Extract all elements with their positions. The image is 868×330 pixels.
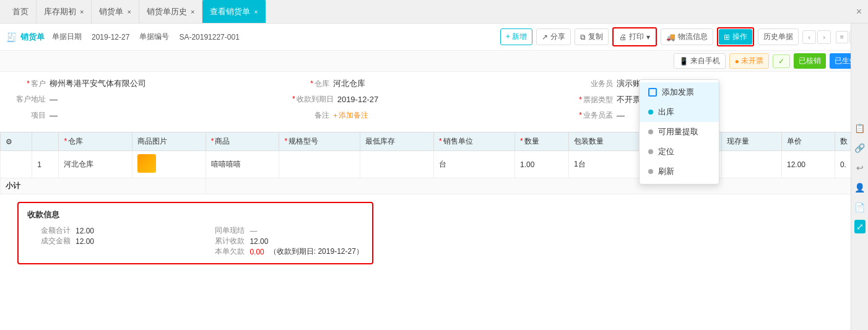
doc-date-label: 单据日期 <box>52 32 82 42</box>
ticket-type-value: 不开票 <box>617 94 641 105</box>
ticket-type-label: 票据类型 <box>576 95 613 105</box>
due-date-field: 收款到期日 2019-12-27 <box>292 94 576 105</box>
toolbar-right: + 新增 ↗ 分享 ⧉ 复制 🖨 打印 ▾ <box>500 27 862 46</box>
dropdown-locate[interactable]: 定位 <box>640 142 719 162</box>
owe-value: 0.00 <box>250 248 264 256</box>
warehouse-field: 仓库 河北仓库 <box>292 78 576 89</box>
layout-list-icon[interactable]: ≡ <box>836 31 848 43</box>
remark-field: 备注 + 添加备注 <box>292 110 576 121</box>
doc-meta: 单据日期 2019-12-27 单据编号 SA-20191227-001 <box>52 32 240 42</box>
dropdown-add-invoice[interactable]: 添加发票 <box>640 82 719 102</box>
print-button[interactable]: 🖨 打印 ▾ <box>614 29 655 45</box>
tab-check-sales[interactable]: 查看销货单 × <box>202 0 266 23</box>
customer-label: 客户 <box>9 79 46 89</box>
confirm-badge[interactable]: ✓ <box>773 54 790 68</box>
doc-title-text: 销货单 <box>20 32 45 43</box>
remark-label: 备注 <box>292 110 329 121</box>
col-product: 商品 <box>206 132 279 151</box>
add-remark-button[interactable]: + 添加备注 <box>333 110 368 121</box>
sidebar-icon-1[interactable]: 📋 <box>852 121 867 136</box>
tab-sales[interactable]: 销货单 × <box>92 0 139 23</box>
new-button[interactable]: + 新增 <box>500 28 532 45</box>
row-image <box>132 151 206 178</box>
form-row-3: 项目 — 备注 + 添加备注 业务员孟 — <box>9 110 859 121</box>
product-image <box>137 154 156 173</box>
doc-date-value: 2019-12-27 <box>92 33 129 41</box>
payment-section: 收款信息 金额合计 12.00 成交金额 12.00 <box>17 202 373 264</box>
sidebar-icon-5[interactable]: 📄 <box>852 200 867 215</box>
due-date-value: 2019-12-27 <box>337 95 379 104</box>
payment-container: 收款信息 金额合计 12.00 成交金额 12.00 <box>0 194 868 272</box>
history-button[interactable]: 历史单据 <box>758 28 799 45</box>
col-spec: 规格型号 <box>279 132 360 151</box>
copy-button[interactable]: ⧉ 复制 <box>575 28 609 45</box>
project-value: — <box>50 111 58 120</box>
form-row-2: 客户地址 — 收款到期日 2019-12-27 票据类型 不开票 <box>9 94 859 105</box>
transaction-value: 12.00 <box>76 237 94 246</box>
row-gear[interactable] <box>1 151 32 178</box>
sidebar-icon-3[interactable]: ↩ <box>854 160 866 175</box>
warehouse-label: 仓库 <box>292 79 329 89</box>
table-footer: 小计 <box>1 178 868 194</box>
tab-sales-history[interactable]: 销货单历史 × <box>139 0 202 23</box>
dropdown-outbound[interactable]: 出库 <box>640 102 719 122</box>
table-row: 1 河北仓库 嘻嘻嘻嘻 台 1.00 1台 12.00 <box>1 151 868 178</box>
row-min-stock <box>360 151 434 178</box>
not-opened-badge[interactable]: ● 未开票 <box>729 53 769 69</box>
toolbar: 🧾 销货单 单据日期 2019-12-27 单据编号 SA-20191227-0… <box>0 24 868 51</box>
row-quantity: 1.00 <box>514 151 568 178</box>
operation-dropdown: 添加发票 出库 可用量提取 定位 刷新 <box>639 79 719 185</box>
nav-arrows: ‹ › <box>802 30 831 44</box>
doc-number-label: 单据编号 <box>139 32 169 42</box>
address-value: — <box>50 95 58 104</box>
tab-bar: 首页 库存期初 × 销货单 × 销货单历史 × 查看销货单 × × <box>0 0 868 24</box>
customer-value: 柳州粤港平安气体有限公司 <box>50 78 146 89</box>
salesperson-label: 业务员 <box>576 79 613 89</box>
sold-button[interactable]: 已核销 <box>794 53 826 69</box>
tab-inventory[interactable]: 库存期初 × <box>37 0 92 23</box>
dropdown-available[interactable]: 可用量提取 <box>640 122 719 142</box>
tab-home[interactable]: 首页 <box>5 0 37 23</box>
print-dropdown-icon: ▾ <box>646 33 650 41</box>
col-warehouse: 仓库 <box>59 132 132 151</box>
from-phone-button[interactable]: 📱 来自手机 <box>674 53 726 69</box>
col-gear[interactable]: ⚙ <box>1 132 32 151</box>
tab-close-check-sales[interactable]: × <box>254 8 258 15</box>
main-content: 🧾 销货单 单据日期 2019-12-27 单据编号 SA-20191227-0… <box>0 24 868 330</box>
col-unit: 销售单位 <box>434 132 515 151</box>
prev-arrow[interactable]: ‹ <box>802 30 816 44</box>
sidebar-icon-2[interactable]: 🔗 <box>852 141 867 155</box>
payment-col-right: 同单现结 — 累计收款 12.00 本单欠款 0.00 （收款到期日: 2019… <box>201 225 363 257</box>
salesperson2-label: 业务员孟 <box>576 110 613 121</box>
total-value: 12.00 <box>76 227 94 235</box>
operation-button[interactable]: ⊞ 操作 <box>719 29 752 45</box>
table-wrapper: ⚙ 仓库 商品图片 商品 规格型号 最低库存 销售单位 数量 包装数量 可用量 … <box>0 132 868 194</box>
logistics-icon: 🚚 <box>666 33 675 41</box>
warehouse-value: 河北仓库 <box>333 78 365 89</box>
tab-close-sales[interactable]: × <box>127 8 131 15</box>
available-icon <box>648 129 653 134</box>
logistics-button[interactable]: 🚚 物流信息 <box>661 28 713 45</box>
copy-icon: ⧉ <box>580 33 586 41</box>
col-min-stock: 最低库存 <box>360 132 434 151</box>
same-order-row: 同单现结 — <box>201 225 363 236</box>
tab-close-sales-history[interactable]: × <box>191 8 194 15</box>
sidebar-icon-4[interactable]: 👤 <box>852 180 867 195</box>
cumulative-label: 累计收款 <box>201 236 245 246</box>
doc-number-value: SA-20191227-001 <box>179 33 239 41</box>
next-arrow[interactable]: › <box>817 30 831 44</box>
same-order-label: 同单现结 <box>201 225 245 236</box>
sidebar-expand-icon[interactable]: ⤢ <box>854 220 866 233</box>
row-warehouse: 河北仓库 <box>59 151 132 178</box>
form-row-1: 客户 柳州粤港平安气体有限公司 仓库 河北仓库 业务员 演示账号 <box>9 78 859 89</box>
dropdown-refresh[interactable]: 刷新 <box>640 162 719 181</box>
window-close-button[interactable]: × <box>856 6 862 17</box>
tab-close-inventory[interactable]: × <box>80 8 84 15</box>
total-label: 金额合计 <box>27 225 71 236</box>
address-field: 客户地址 — <box>9 94 292 105</box>
add-remark-icon: + <box>333 111 337 120</box>
col-current: 现存量 <box>722 132 782 151</box>
owe-row: 本单欠款 0.00 （收款到期日: 2019-12-27） <box>201 246 363 257</box>
payment-grid: 金额合计 12.00 成交金额 12.00 同单现结 — <box>27 225 363 257</box>
share-button[interactable]: ↗ 分享 <box>536 28 571 45</box>
